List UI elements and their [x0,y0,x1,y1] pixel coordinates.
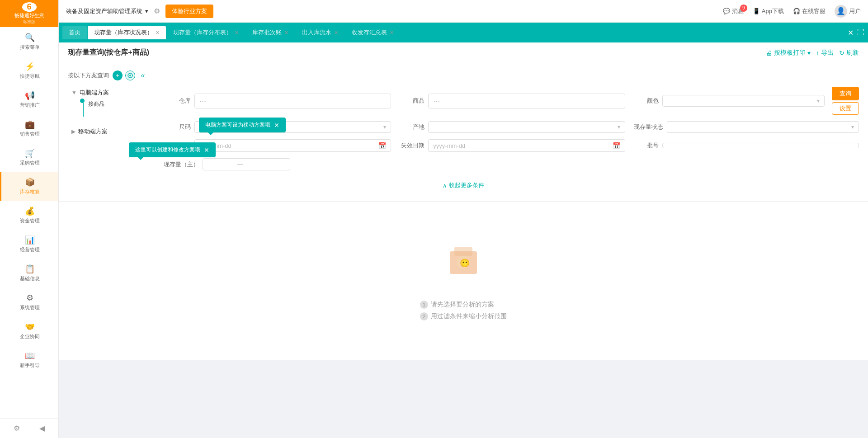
sidebar-nav: 🔍 搜索菜单 ⚡ 快捷导航 📢 营销推广 💼 销售管理 🛒 采购管理 📦 库存核… [0,27,58,418]
tooltip2-close[interactable]: ✕ [204,146,209,154]
collab-icon: 🤝 [25,322,35,332]
tab-bar-right: ✕ ⛶ [848,28,864,37]
sidebar-item-quicknav[interactable]: ⚡ 快捷导航 [0,56,58,85]
hint-text-1: 请先选择要分析的方案 [431,301,494,309]
reset-button[interactable]: 设置 [832,102,859,115]
search-icon: 🔍 [25,33,35,42]
stock-qty-range[interactable]: — [203,158,290,170]
finance-icon: 💰 [25,206,35,216]
edit-plan-btn[interactable] [125,71,135,80]
filter-section: 按以下方案查询 + « [59,63,868,202]
sidebar-label-sales: 销售管理 [20,131,40,137]
user-avatar-item[interactable]: 👤 用户 [835,5,861,18]
collapse-up-icon: ∧ [443,182,447,189]
guide-icon: 📖 [25,351,35,361]
filter-row-1: 仓库 ··· 商品 ··· 颜色 [164,87,859,115]
print-btn[interactable]: 🖨 按模板打印 ▾ [766,49,811,57]
collapse-bar[interactable]: ∧ 收起更多条件 [68,177,859,194]
stock-status-input[interactable]: ▾ [667,121,859,133]
main-content: 装备及固定资产辅助管理系统 ▾ ⚙ 体验行业方案 💬 消息 9 📱 App下载 … [59,0,868,438]
sidebar-item-purchase[interactable]: 🛒 采购管理 [0,143,58,172]
tab-close-all-icon[interactable]: ✕ [848,28,854,37]
back-btn[interactable]: « [138,71,148,80]
operations-icon: 📊 [25,235,35,245]
tab-flow-close[interactable]: ✕ [334,30,338,36]
query-button[interactable]: 查询 [832,87,859,100]
sidebar-item-basicinfo[interactable]: 📋 基础信息 [0,259,58,287]
goods-input[interactable]: ··· [428,94,625,108]
color-input[interactable]: ▾ [662,95,825,107]
range-dash: — [237,161,243,168]
tab-home[interactable]: 首页 [62,26,87,39]
sidebar-label-basicinfo: 基础信息 [20,275,40,282]
sidebar-item-finance[interactable]: 💰 资金管理 [0,201,58,230]
tab-stock-dist-close[interactable]: ✕ [235,30,239,36]
tooltip1-close[interactable]: ✕ [274,122,279,129]
field-stock-qty: 现存量（主） — [164,158,290,170]
export-label: 导出 [821,49,834,57]
app-download-item[interactable]: 📱 App下载 [753,7,784,15]
origin-input[interactable]: ▾ [428,121,625,133]
tooltip-create-plan: 这里可以创建和修改方案哦 ✕ [129,142,216,157]
mfg-date-start-input[interactable]: yyyy-mm-dd 📅 [194,139,391,152]
sidebar-item-collab[interactable]: 🤝 企业协同 [0,316,58,345]
settings-icon[interactable]: ⚙ [154,7,160,15]
tab-stock-status-close[interactable]: ✕ [156,30,160,36]
warehouse-label: 仓库 [164,97,191,105]
footer-collapse-icon[interactable]: ◀ [39,424,45,433]
export-btn[interactable]: ↑ 导出 [816,49,834,57]
tab-stock-status[interactable]: 现存量（库存状况表） ✕ [88,26,166,39]
field-warehouse: 仓库 ··· [164,94,391,108]
exp-date-calendar-icon: 📅 [613,142,620,149]
tab-expand-icon[interactable]: ⛶ [857,28,864,37]
tab-batch[interactable]: 库存批次账 ✕ [246,26,295,39]
stock-qty-min[interactable] [208,161,235,168]
sidebar-item-guide[interactable]: 📖 新手引导 [0,345,58,374]
sidebar-label-system: 系统管理 [20,304,40,311]
empty-hints: 1 请先选择要分析的方案 2 用过滤条件来缩小分析范围 [420,301,507,324]
top-header: 装备及固定资产辅助管理系统 ▾ ⚙ 体验行业方案 💬 消息 9 📱 App下载 … [59,0,868,23]
sidebar-item-marketing[interactable]: 📢 营销推广 [0,85,58,114]
batch-input[interactable] [662,143,859,148]
field-exp-date: 失效日期 yyyy-mm-dd 📅 [397,139,625,152]
message-badge: 9 [740,5,747,12]
tab-bar: 首页 现存量（库存状况表） ✕ 现存量（库存分布表） ✕ 库存批次账 ✕ 出入库… [59,23,868,42]
message-icon: 💬 [723,8,730,14]
industry-btn[interactable]: 体验行业方案 [165,5,213,18]
tab-batch-close[interactable]: ✕ [284,30,288,36]
add-plan-btn[interactable]: + [113,71,123,80]
tab-flow[interactable]: 出入库流水 ✕ [296,26,344,39]
empty-state: 😶 1 请先选择要分析的方案 2 用过滤条件来缩小分析范围 [59,202,868,360]
tab-summary-close[interactable]: ✕ [390,30,394,36]
tab-summary-label: 收发存汇总表 [352,28,387,37]
hint-num-1: 1 [420,301,428,309]
app-name: 畅捷通好生意 [14,13,44,19]
plan-mobile-label: 移动端方案 [78,127,108,136]
sidebar-item-system[interactable]: ⚙ 系统管理 [0,287,58,316]
sidebar-label-operations: 经营管理 [20,246,40,253]
svg-rect-4 [454,247,472,256]
sidebar-item-sales[interactable]: 💼 销售管理 [0,114,58,143]
sales-icon: 💼 [25,119,35,129]
refresh-btn[interactable]: ↻ 刷新 [839,49,859,57]
tooltip2-text: 这里可以创建和修改方案哦 [135,146,200,154]
online-service-item[interactable]: 🎧 在线客服 [793,7,826,15]
plan-desktop-item[interactable]: ▼ 电脑端方案 [68,87,152,99]
message-item[interactable]: 💬 消息 9 [723,7,744,15]
tab-summary[interactable]: 收发存汇总表 ✕ [345,26,400,39]
sidebar-item-operations[interactable]: 📊 经营管理 [0,230,58,259]
exp-date-start-input[interactable]: yyyy-mm-dd 📅 [428,139,625,152]
sidebar-item-search[interactable]: 🔍 搜索菜单 [0,27,58,56]
tab-stock-dist[interactable]: 现存量（库存分布表） ✕ [167,26,245,39]
app-download-label: App下载 [762,7,784,15]
header-right: 💬 消息 9 📱 App下载 🎧 在线客服 👤 用户 [723,5,861,18]
stock-qty-max[interactable] [246,161,273,168]
tooltip-desktop-plan: 电脑方案可设为移动方案哦 ✕ [199,118,286,132]
basicinfo-icon: 📋 [25,264,35,274]
warehouse-input[interactable]: ··· [194,94,391,108]
plan-mobile-item[interactable]: ▶ 移动端方案 [68,126,152,137]
refresh-label: 刷新 [846,49,859,57]
sidebar-item-inventory[interactable]: 📦 库存核算 [0,172,58,201]
system-selector[interactable]: 装备及固定资产辅助管理系统 ▾ [66,7,148,15]
footer-settings-icon[interactable]: ⚙ [14,424,20,433]
